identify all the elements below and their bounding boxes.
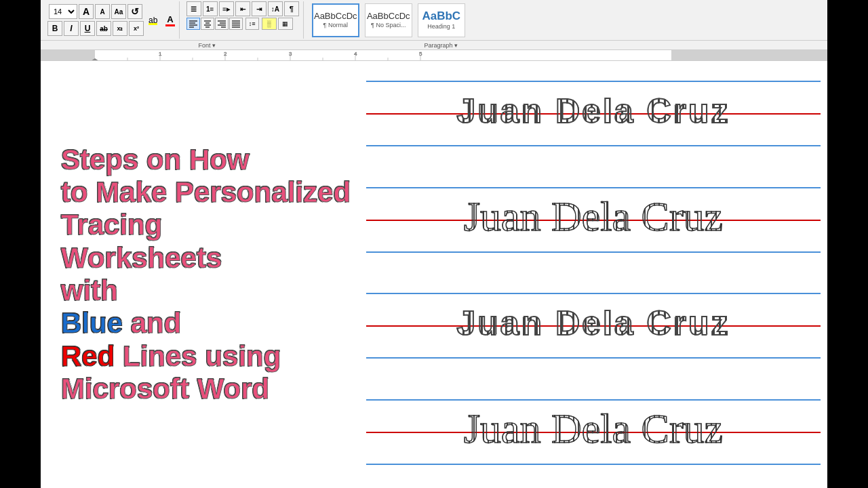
style-nospace-label: ¶ No Spaci...	[371, 22, 406, 28]
font-shrink-btn[interactable]: A	[95, 4, 110, 19]
bullets-btn[interactable]: ☰	[186, 1, 201, 16]
left-panel: Steps on How to Make Personalized Tracin…	[41, 61, 366, 488]
increase-indent-btn[interactable]: ⇥	[252, 1, 267, 16]
title-line-6: Blue and	[61, 307, 353, 340]
ribbon-toolbar: 14 A A Aa ↺ B I U ab x₂ x²	[41, 0, 827, 41]
svg-text:1: 1	[159, 51, 162, 57]
font-color-btn[interactable]: A	[165, 14, 174, 26]
svg-text:5: 5	[419, 51, 422, 57]
font-controls-col: 14 A A Aa ↺ B I U ab x₂ x²	[47, 4, 144, 36]
ruler-svg: 1 2 3 4 5	[41, 50, 827, 61]
highlight-color-btn[interactable]: ab	[149, 16, 157, 25]
svg-rect-17	[41, 50, 95, 61]
title-line-5: with	[61, 274, 353, 307]
worksheet-text-4: Juan Dela Cruz	[373, 405, 814, 453]
right-black-bar	[827, 0, 868, 488]
paragraph-section: ☰ 1≡ ≡▸ ⇤ ⇥ ↕A ¶	[182, 1, 304, 39]
svg-text:4: 4	[354, 51, 357, 57]
border-btn[interactable]: ▦	[278, 18, 293, 30]
multilevel-btn[interactable]: ≡▸	[219, 1, 234, 16]
style-normal-label: ¶ Normal	[323, 22, 348, 28]
style-heading1-preview: AaBbC	[422, 10, 460, 23]
title-line-4: Worksheets	[61, 242, 353, 274]
show-marks-btn[interactable]: ¶	[284, 1, 299, 16]
superscript-btn[interactable]: x²	[129, 21, 144, 36]
line-spacing-btn[interactable]: ↕≡	[245, 18, 259, 30]
red-word: Red	[61, 340, 115, 372]
italic-btn[interactable]: I	[64, 21, 79, 36]
clear-format-btn[interactable]: ↺	[127, 4, 142, 19]
worksheet-block-4: Juan Dela Cruz	[366, 386, 821, 482]
svg-rect-18	[95, 50, 671, 61]
format-btn[interactable]: Aa	[111, 4, 126, 19]
worksheet-text-1: Juan Dela Cruz	[373, 92, 814, 131]
tracing-text-1: Juan Dela Cruz	[456, 92, 730, 130]
worksheet-block-2: Juan Dela Cruz	[366, 174, 821, 270]
styles-section: AaBbCcDc ¶ Normal AaBbCcDc ¶ No Spaci...…	[307, 1, 471, 39]
title-line-1: Steps on How	[61, 144, 353, 176]
worksheet-text-2: Juan Dela Cruz	[373, 192, 814, 241]
color-row: ab A	[149, 14, 175, 26]
ruler: 1 2 3 4 5	[41, 50, 827, 61]
style-nospace-preview: AaBbCcDc	[367, 12, 410, 21]
style-heading1-box[interactable]: AaBbC Heading 1	[418, 3, 465, 37]
paragraph-section-label: Paragraph ▾	[373, 41, 509, 49]
font-format-row: B I U ab x₂ x²	[47, 21, 144, 36]
tracing-text-3: Juan Dela Cruz	[456, 304, 730, 342]
strikethrough-btn[interactable]: ab	[96, 21, 111, 36]
align-buttons	[186, 18, 243, 30]
title-line-2: to Make Personalized	[61, 176, 353, 209]
title-line-7: Red Lines using	[61, 340, 353, 373]
blue-word: Blue	[61, 307, 123, 339]
font-size-row: 14 A A Aa ↺	[49, 4, 142, 19]
color-controls-col: ab A	[149, 14, 175, 26]
title-line-8: Microsoft Word	[61, 373, 353, 405]
title-text: Steps on How to Make Personalized Tracin…	[61, 144, 353, 405]
svg-rect-19	[671, 50, 827, 61]
main-window: 14 A A Aa ↺ B I U ab x₂ x²	[41, 0, 827, 488]
title-line-3: Tracing	[61, 209, 353, 241]
right-panel: Juan Dela Cruz Juan Dela Cruz	[366, 61, 827, 488]
style-heading1-label: Heading 1	[427, 23, 455, 30]
worksheet-block-1: Juan Dela Cruz	[366, 68, 821, 163]
style-normal-preview: AaBbCcDc	[314, 12, 357, 21]
worksheet-text-3: Juan Dela Cruz	[373, 304, 814, 343]
subscript-btn[interactable]: x₂	[113, 21, 127, 36]
para-row2: ↕≡ ░ ▦	[186, 18, 293, 30]
left-black-bar	[0, 0, 41, 488]
tracing-text-2: Juan Dela Cruz	[464, 193, 723, 239]
font-section-label: Font ▾	[41, 41, 373, 49]
numbering-btn[interactable]: 1≡	[203, 1, 218, 16]
font-size-dropdown[interactable]: 14	[49, 4, 77, 19]
worksheet-block-3: Juan Dela Cruz	[366, 280, 821, 375]
align-left-btn[interactable]	[186, 18, 200, 30]
tracing-text-4: Juan Dela Cruz	[464, 405, 723, 451]
align-justify-btn[interactable]	[229, 18, 243, 30]
underline-btn[interactable]: U	[80, 21, 95, 36]
content-area: Steps on How to Make Personalized Tracin…	[41, 61, 827, 488]
title-container: Steps on How to Make Personalized Tracin…	[61, 144, 353, 405]
sort-btn[interactable]: ↕A	[268, 1, 283, 16]
font-grow-btn[interactable]: A	[79, 4, 94, 19]
svg-text:2: 2	[224, 51, 227, 57]
shading-btn[interactable]: ░	[262, 18, 277, 30]
section-labels-row: Font ▾ Paragraph ▾	[41, 41, 827, 50]
para-row1: ☰ 1≡ ≡▸ ⇤ ⇥ ↕A ¶	[186, 1, 299, 16]
font-size-section: 14 A A Aa ↺ B I U ab x₂ x²	[43, 1, 180, 39]
align-right-btn[interactable]	[215, 18, 229, 30]
align-center-btn[interactable]	[201, 18, 214, 30]
bold-btn[interactable]: B	[47, 21, 62, 36]
decrease-indent-btn[interactable]: ⇤	[235, 1, 250, 16]
style-nospace-box[interactable]: AaBbCcDc ¶ No Spaci...	[365, 3, 412, 37]
svg-text:3: 3	[289, 51, 292, 57]
style-normal-box[interactable]: AaBbCcDc ¶ Normal	[312, 3, 359, 37]
